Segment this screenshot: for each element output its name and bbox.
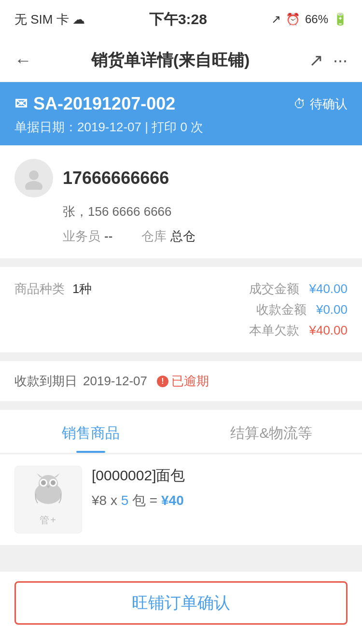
product-multiply: x <box>111 493 121 508</box>
customer-phone: 17666666666 <box>63 168 169 188</box>
received-row: 收款金额 ¥0.00 <box>256 301 348 318</box>
tab-products[interactable]: 销售商品 <box>0 410 181 453</box>
more-button[interactable]: ··· <box>333 50 348 70</box>
status-right: ↗ ⏰ 66% 🔋 <box>271 13 348 26</box>
overdue-badge: ! 已逾期 <box>157 373 209 390</box>
received-label: 收款金额 <box>256 301 306 318</box>
warehouse-value: 总仓 <box>170 228 195 245</box>
avatar <box>14 159 53 197</box>
deal-amount-label: 成交金额 <box>249 280 299 297</box>
product-unit: 包 <box>132 493 146 508</box>
warehouse-label: 仓库 <box>141 228 167 245</box>
svg-point-6 <box>41 480 46 485</box>
goods-type: 商品种类 1种 <box>14 280 92 297</box>
amounts: 成交金额 ¥40.00 收款金额 ¥0.00 本单欠款 ¥40.00 <box>249 280 348 339</box>
received-value: ¥0.00 <box>316 302 348 317</box>
tab-settlement-label: 结算&物流等 <box>230 425 312 441</box>
owed-row: 本单欠款 ¥40.00 <box>249 322 348 339</box>
salesperson-value: -- <box>104 229 112 244</box>
salesperson-item: 业务员 -- <box>63 228 112 245</box>
alarm-icon: ⏰ <box>286 13 300 26</box>
tab-settlement[interactable]: 结算&物流等 <box>181 410 362 453</box>
tabs-nav: 销售商品 结算&物流等 <box>0 410 362 453</box>
goods-type-value: 1种 <box>72 280 92 297</box>
order-date: 单据日期：2019-12-07 | 打印 0 次 <box>14 119 348 136</box>
status-text: 待确认 <box>310 96 348 112</box>
due-section: 收款到期日 2019-12-07 ! 已逾期 <box>0 361 362 401</box>
goods-type-label: 商品种类 <box>14 280 65 297</box>
svg-point-7 <box>51 480 56 485</box>
product-unit-price: ¥8 <box>92 493 107 508</box>
share-button[interactable]: ↗ <box>309 50 323 70</box>
tabs-section: 销售商品 结算&物流等 <box>0 410 362 453</box>
bottom-button-area: 旺铺订单确认 <box>0 571 362 644</box>
product-name: [0000002]面包 <box>92 466 348 486</box>
customer-row: 17666666666 <box>14 159 348 197</box>
order-icon: ✉ <box>14 95 28 113</box>
summary-section: 商品种类 1种 成交金额 ¥40.00 收款金额 ¥0.00 本单欠款 ¥40.… <box>0 267 362 352</box>
product-equals: = <box>150 493 161 508</box>
customer-meta: 业务员 -- 仓库 总仓 <box>14 228 348 245</box>
product-info: [0000002]面包 ¥8 x 5 包 = ¥40 <box>92 466 348 510</box>
overdue-icon: ! <box>157 376 168 387</box>
battery-icon: 🔋 <box>333 13 348 26</box>
status-clock-icon: ⏱ <box>293 97 306 112</box>
product-thumb-inner: 管+ <box>29 473 68 527</box>
summary-row: 商品种类 1种 成交金额 ¥40.00 收款金额 ¥0.00 本单欠款 ¥40.… <box>14 280 348 339</box>
status-left: 无 SIM 卡 ☁ <box>14 11 85 28</box>
tab-products-label: 销售商品 <box>62 425 120 441</box>
svg-point-0 <box>29 170 39 180</box>
separator-2 <box>0 353 362 361</box>
sim-status: 无 SIM 卡 ☁ <box>14 11 85 28</box>
svg-point-1 <box>25 181 42 190</box>
product-quantity: 5 <box>121 493 129 508</box>
owed-label: 本单欠款 <box>249 322 299 339</box>
product-thumb-plus-text: 管+ <box>40 514 57 527</box>
nav-bar: ← 销货单详情(来自旺铺) ↗ ··· <box>0 39 362 82</box>
nav-actions: ↗ ··· <box>309 50 348 70</box>
separator-1 <box>0 259 362 267</box>
product-thumbnail: 管+ <box>14 466 82 533</box>
due-date: 2019-12-07 <box>83 374 147 389</box>
warehouse-item: 仓库 总仓 <box>141 228 195 245</box>
status-time: 下午3:28 <box>149 10 207 29</box>
owed-value: ¥40.00 <box>309 323 348 338</box>
separator-3 <box>0 402 362 410</box>
due-label: 收款到期日 <box>14 373 77 390</box>
order-id: ✉ SA-20191207-002 <box>14 94 175 114</box>
overdue-text: 已逾期 <box>171 373 209 390</box>
product-section: 管+ [0000002]面包 ¥8 x 5 包 = ¥40 <box>0 454 362 545</box>
status-bar: 无 SIM 卡 ☁ 下午3:28 ↗ ⏰ 66% 🔋 <box>0 0 362 39</box>
product-price: ¥8 x 5 包 = ¥40 <box>92 491 348 510</box>
order-id-row: ✉ SA-20191207-002 ⏱ 待确认 <box>14 94 348 114</box>
back-button[interactable]: ← <box>14 50 32 70</box>
salesperson-label: 业务员 <box>63 228 100 245</box>
product-total: ¥40 <box>161 493 184 508</box>
product-thumb-owl-icon <box>29 473 68 512</box>
order-id-text: SA-20191207-002 <box>33 94 175 114</box>
customer-contact: 张，156 6666 6666 <box>14 203 348 220</box>
deal-amount-value: ¥40.00 <box>309 281 348 296</box>
order-status: ⏱ 待确认 <box>293 96 348 112</box>
deal-amount-row: 成交金额 ¥40.00 <box>249 280 348 297</box>
location-icon: ↗ <box>271 13 281 26</box>
order-header: ✉ SA-20191207-002 ⏱ 待确认 单据日期：2019-12-07 … <box>0 82 362 145</box>
page-title: 销货单详情(来自旺铺) <box>91 49 250 71</box>
battery-level: 66% <box>305 13 328 26</box>
customer-section: 17666666666 张，156 6666 6666 业务员 -- 仓库 总仓 <box>0 145 362 258</box>
confirm-button[interactable]: 旺铺订单确认 <box>14 581 348 625</box>
